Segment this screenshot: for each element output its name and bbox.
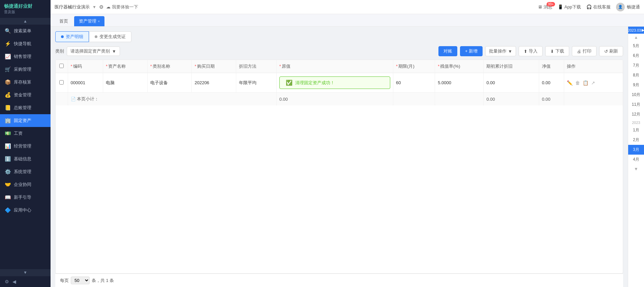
col-residual-rate: *残值率(%) [435, 60, 484, 73]
row-depreciation-method: 年限平均 [236, 73, 276, 93]
rp-header-expand-icon[interactable]: ▶ [642, 28, 644, 32]
ledger-icon: 📒 [5, 105, 11, 111]
sidebar-item-sales[interactable]: 📈 销售管理 [0, 50, 51, 63]
rp-month-2[interactable]: 2月 [628, 135, 644, 145]
user-menu[interactable]: 👤 畅捷通 [616, 3, 640, 11]
rp-month-3-current[interactable]: 3月 [628, 145, 644, 155]
subtotal-initial: 0.00 [484, 93, 539, 106]
online-service-icon: 🎧 [586, 4, 592, 9]
subtab-asset-detail[interactable]: 资产明细 [55, 31, 89, 42]
rp-month-9[interactable]: 9月 [628, 80, 644, 90]
sidebar-item-fixedassets[interactable]: 🏢 固定资产 [0, 114, 51, 127]
filter-dropdown-icon: ▼ [112, 49, 116, 54]
rp-month-7[interactable]: 7月 [628, 61, 644, 70]
category-filter-placeholder: 请选择固定资产类别 [70, 48, 110, 54]
rp-year: 2023 [632, 119, 640, 125]
online-service-label: 在线客服 [593, 4, 611, 10]
download-button[interactable]: ⬇ 下载 [545, 46, 569, 56]
batch-button[interactable]: 批量操作 ▼ [485, 46, 516, 56]
import-button[interactable]: ⬆ 导入 [519, 46, 543, 56]
rp-month-8[interactable]: 8月 [628, 70, 644, 80]
col-name: *资产名称 [103, 60, 148, 73]
sidebar-scroll-down[interactable]: ▼ [0, 269, 51, 276]
rp-month-12[interactable]: 12月 [628, 109, 644, 119]
online-service-btn[interactable]: 🎧 在线客服 [586, 4, 611, 10]
sidebar-item-purchase[interactable]: 🛒 采购管理 [0, 63, 51, 76]
sidebar-item-sysmanage[interactable]: ⚙️ 系统管理 [0, 165, 51, 178]
total-count: 条，共 1 条 [92, 278, 114, 284]
row-purchase-date: 202206 [192, 73, 236, 93]
settings-gear-icon[interactable]: ⚙ [99, 4, 103, 10]
delete-icon[interactable]: 🗑 [575, 80, 580, 86]
company-name: 医疗器械行业演示 [55, 4, 90, 10]
tab-close-icon[interactable]: × [98, 19, 100, 23]
reconcile-button[interactable]: 对账 [438, 46, 457, 56]
rp-month-5[interactable]: 5月 [628, 41, 644, 51]
category-filter[interactable]: 请选择固定资产类别 ▼ [67, 46, 120, 56]
col-actions: 操作 [564, 60, 623, 73]
per-page-label: 每页 [60, 278, 69, 284]
sysmanage-icon: ⚙️ [5, 169, 11, 175]
select-all-checkbox[interactable] [59, 64, 64, 68]
filter-label: 类别 [55, 48, 64, 54]
topbar-left: 医疗器械行业演示 ▼ ⚙ ☁ 我要体验一下 [55, 4, 138, 10]
rp-month-1[interactable]: 1月 [628, 125, 644, 135]
sidebar-item-search[interactable]: 🔍 搜索菜单 [0, 25, 51, 37]
print-button[interactable]: 🖨 打印 [572, 46, 596, 56]
batch-dropdown-icon: ▼ [508, 49, 512, 54]
sidebar-bottom: ⚙ ◀ [0, 276, 51, 287]
sidebar-item-quicknav[interactable]: ⚡ 快捷导航 [0, 37, 51, 50]
row-checkbox[interactable] [59, 80, 64, 85]
import-icon: ⬆ [524, 49, 527, 54]
sidebar-scroll-up[interactable]: ▲ [0, 18, 51, 25]
sidebar-item-ledger[interactable]: 📒 总账管理 [0, 101, 51, 114]
success-message: 清理固定资产成功！ [295, 80, 335, 86]
collapse-icon[interactable]: ◀ [12, 279, 16, 284]
sidebar-item-funds[interactable]: 💰 资金管理 [0, 89, 51, 101]
tab-assets[interactable]: 资产管理 × [74, 16, 104, 26]
sidebar-item-operations[interactable]: 📊 经营管理 [0, 140, 51, 153]
sidebar-item-inventory[interactable]: 📦 库存核算 [0, 76, 51, 89]
experience-btn[interactable]: ☁ 我要体验一下 [106, 4, 138, 10]
more-icon[interactable]: ↗ [591, 80, 595, 86]
toolbar-right: 对账 + 新增 批量操作 ▼ ⬆ 导入 ⬇ 下载 🖨 [438, 46, 623, 56]
tab-home[interactable]: 首页 [55, 16, 73, 26]
pagination: 每页 50 100 条，共 1 条 [55, 274, 623, 287]
sidebar-item-basics[interactable]: ℹ️ 基础信息 [0, 153, 51, 165]
rp-month-11[interactable]: 11月 [628, 100, 644, 109]
sidebar-item-label: 快捷导航 [14, 41, 31, 47]
rp-scroll-up[interactable]: ▲ [634, 34, 638, 41]
company-dropdown-icon[interactable]: ▼ [92, 5, 96, 9]
settings-icon[interactable]: ⚙ [5, 279, 9, 284]
col-original-value: *原值 [276, 60, 393, 73]
subtab-voucher[interactable]: 变更生成凭证 [89, 31, 131, 42]
collapse-chevron-icon: ▼ [634, 166, 638, 171]
basics-icon: ℹ️ [5, 156, 11, 162]
experience-label: 我要体验一下 [112, 4, 138, 10]
rp-month-6[interactable]: 6月 [628, 51, 644, 61]
sidebar-item-salary[interactable]: 💵 工资 [0, 127, 51, 140]
sidebar-item-collab[interactable]: 🤝 企业协同 [0, 178, 51, 191]
sidebar-item-appcenter[interactable]: 🔷 应用中心 [0, 204, 51, 217]
tab-home-label: 首页 [59, 18, 68, 24]
action-icons-group: ✏️ 🗑 📋 ↗ [567, 80, 620, 86]
page-size-select[interactable]: 50 100 [71, 277, 90, 284]
sidebar-item-guide[interactable]: 📖 新手引导 [0, 191, 51, 204]
copy-icon[interactable]: 📋 [583, 80, 588, 86]
rp-month-10[interactable]: 10月 [628, 90, 644, 100]
purchase-icon: 🛒 [5, 66, 11, 72]
edit-icon[interactable]: ✏️ [567, 80, 573, 86]
rp-month-4[interactable]: 4月 [628, 155, 644, 164]
rp-collapse-btn[interactable]: ▼ [634, 164, 638, 173]
tabbar: 首页 资产管理 × [51, 14, 644, 27]
toolbar-left: 类别 请选择固定资产类别 ▼ [55, 46, 120, 56]
row-checkbox-cell [56, 73, 68, 93]
rp-header: 2023.03 ▶ [628, 27, 644, 34]
new-button[interactable]: + 新增 [460, 46, 483, 56]
sidebar-item-label: 工资 [14, 130, 23, 136]
subtotal-row: 📄 本页小计： 0.00 0.00 0.00 [56, 93, 623, 106]
table-row: 000001 电脑 电子设备 202206 年限平均 ✅ 清理固定资产成功！ [56, 73, 623, 93]
refresh-button[interactable]: ↺ 刷新 [599, 46, 623, 56]
messages-btn[interactable]: 🖥 消息 99+ [538, 4, 552, 10]
app-download-btn[interactable]: 📱 App下载 [558, 4, 581, 10]
